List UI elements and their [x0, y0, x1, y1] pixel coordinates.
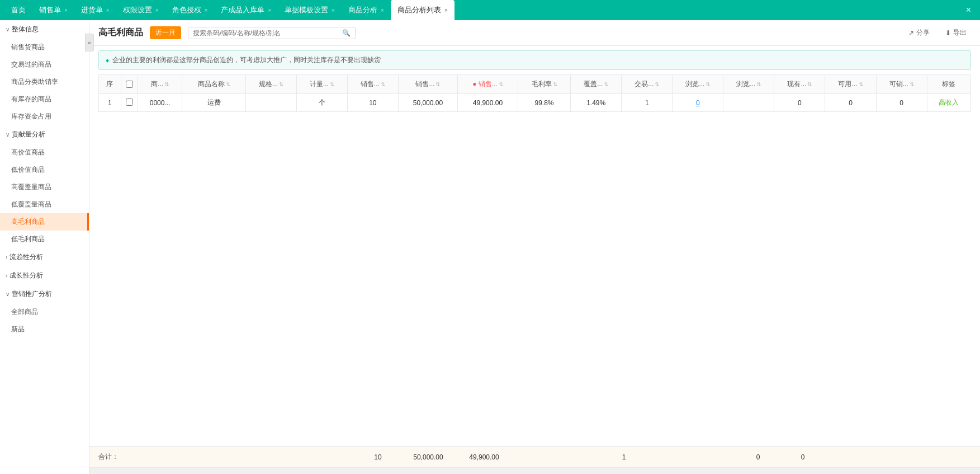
nav-label-analysis-list: 商品分析列表	[397, 5, 441, 15]
share-icon: ↗	[908, 29, 914, 37]
col-header-coverage[interactable]: 覆盖...⇅	[571, 75, 622, 94]
col-header-name[interactable]: 商品名称⇅	[182, 75, 245, 94]
filter-button[interactable]: 近一月	[150, 26, 181, 39]
toggle-sidebar-button[interactable]: «	[85, 34, 94, 51]
search-icon[interactable]: 🔍	[342, 29, 351, 37]
table-cell: 1	[622, 94, 673, 112]
col-header-stock[interactable]: 现有...⇅	[774, 75, 825, 94]
nav-item-template-settings[interactable]: 单据模板设置 ×	[278, 0, 342, 20]
table-cell: 0	[774, 94, 825, 112]
sidebar-item-category-rate[interactable]: 商品分类助销率	[0, 73, 89, 91]
table-row: 10000...运费个1050,000.0049,900.0099.8%1.49…	[99, 94, 971, 112]
table-cell	[723, 94, 774, 112]
sidebar-item-traded-goods[interactable]: 交易过的商品	[0, 56, 89, 73]
export-button[interactable]: ⬇ 导出	[941, 26, 971, 40]
arrow-icon: ∨	[6, 291, 10, 297]
col-header-sale-qty[interactable]: 销售...⇅	[347, 75, 398, 94]
content-header: 高毛利商品 近一月 🔍 ↗ 分享 ⬇ 导出	[89, 20, 980, 46]
sidebar-item-high-value[interactable]: 高价值商品	[0, 144, 89, 161]
close-icon[interactable]: ×	[268, 7, 271, 13]
table-cell: 49,900.00	[457, 94, 518, 112]
sidebar-item-low-value[interactable]: 低价值商品	[0, 161, 89, 179]
total-view1	[646, 453, 691, 461]
nav-item-home[interactable]: 首页	[4, 0, 32, 20]
page-title: 高毛利商品	[98, 27, 143, 39]
table-cell: 高收入	[927, 94, 970, 112]
arrow-right-icon: ›	[6, 254, 7, 260]
col-header-index: 序	[99, 75, 121, 94]
table-cell	[245, 94, 296, 112]
total-spacer	[210, 453, 322, 461]
sidebar-item-low-coverage[interactable]: 低覆盖量商品	[0, 196, 89, 213]
row-checkbox[interactable]	[126, 98, 133, 106]
nav-item-product-inbound[interactable]: 产成品入库单 ×	[214, 0, 278, 20]
bottom-scrollbar[interactable]	[89, 467, 980, 474]
sidebar-group-trend[interactable]: › 流趋性分析	[0, 248, 89, 266]
total-spacer2	[322, 453, 356, 461]
arrow-icon: ∨	[6, 132, 10, 138]
total-sale-profit: 49,900.00	[456, 453, 512, 461]
sidebar-group-growth-label: 成长性分析	[10, 271, 43, 280]
nav-item-product-analysis[interactable]: 商品分析 ×	[342, 0, 391, 20]
nav-label-product-analysis: 商品分析	[348, 5, 377, 15]
col-header-code[interactable]: 商...⇅	[138, 75, 182, 94]
col-header-profit-rate[interactable]: 毛利率⇅	[518, 75, 570, 94]
nav-close-all[interactable]: ×	[962, 5, 976, 15]
sidebar-item-stock-capital[interactable]: 库存资金占用	[0, 108, 89, 125]
nav-label-purchase: 进货单	[81, 5, 103, 15]
close-icon[interactable]: ×	[444, 7, 448, 13]
nav-item-sales[interactable]: 销售单 ×	[32, 0, 74, 20]
sidebar-group-overall-label: 整体信息	[12, 25, 39, 34]
info-banner-text: 企业的主要的利润都是这部分商品创造的，可考虑加大推广，同时关注库存是不要出现缺货	[112, 55, 381, 65]
col-header-trade-count[interactable]: 交易...⇅	[622, 75, 673, 94]
sidebar-item-high-profit[interactable]: 高毛利商品	[0, 213, 89, 231]
sidebar-group-contribution[interactable]: ∨ 贡献量分析	[0, 125, 89, 144]
close-icon[interactable]: ×	[205, 7, 208, 13]
total-view2	[691, 453, 736, 461]
sidebar-group-trend-label: 流趋性分析	[10, 252, 43, 262]
col-header-sale-profit[interactable]: ● 销售...⇅	[457, 75, 518, 94]
nav-label-home: 首页	[11, 5, 26, 15]
close-icon[interactable]: ×	[64, 7, 68, 13]
close-icon[interactable]: ×	[106, 7, 110, 13]
col-header-saleable[interactable]: 可销...⇅	[876, 75, 927, 94]
sidebar-group-marketing[interactable]: ∨ 营销推广分析	[0, 285, 89, 303]
share-label: 分享	[916, 28, 930, 37]
share-button[interactable]: ↗ 分享	[904, 26, 934, 40]
select-all-checkbox[interactable]	[126, 81, 133, 88]
sidebar-group-growth[interactable]: › 成长性分析	[0, 266, 89, 285]
col-header-available[interactable]: 可用...⇅	[825, 75, 876, 94]
sidebar-item-sale-goods[interactable]: 销售货商品	[0, 39, 89, 56]
total-sale-amount: 50,000.00	[400, 453, 456, 461]
nav-item-auth-settings[interactable]: 权限设置 ×	[116, 0, 165, 20]
table-cell: 运费	[182, 94, 245, 112]
close-icon[interactable]: ×	[381, 7, 384, 13]
col-header-view2[interactable]: 浏览...⇅	[723, 75, 774, 94]
nav-item-role-auth[interactable]: 角色授权 ×	[165, 0, 215, 20]
close-icon[interactable]: ×	[155, 7, 159, 13]
sidebar-item-all-goods[interactable]: 全部商品	[0, 303, 89, 321]
sidebar-group-overall[interactable]: ∨ 整体信息	[0, 20, 89, 39]
info-banner: ♦ 企业的主要的利润都是这部分商品创造的，可考虑加大推广，同时关注库存是不要出现…	[98, 50, 971, 70]
col-header-view1[interactable]: 浏览...⇅	[673, 75, 723, 94]
nav-item-analysis-list[interactable]: 商品分析列表 ×	[391, 0, 455, 20]
col-header-spec[interactable]: 规格...⇅	[245, 75, 296, 94]
col-header-unit[interactable]: 计量...⇅	[296, 75, 347, 94]
nav-item-purchase[interactable]: 进货单 ×	[74, 0, 116, 20]
table-cell: 个	[296, 94, 347, 112]
col-header-sale-amount[interactable]: 销售...⇅	[398, 75, 457, 94]
total-trade-count: 1	[602, 453, 646, 461]
sidebar-item-stocked-goods[interactable]: 有库存的商品	[0, 91, 89, 108]
total-saleable	[825, 453, 870, 461]
close-icon[interactable]: ×	[332, 7, 335, 13]
table-cell: 0000...	[138, 94, 182, 112]
sidebar-group-marketing-label: 营销推广分析	[12, 289, 52, 299]
sidebar-group-contribution-label: 贡献量分析	[12, 130, 45, 139]
sidebar-item-new-goods[interactable]: 新品	[0, 321, 89, 338]
col-header-checkbox	[121, 75, 138, 94]
table-cell: 99.8%	[518, 94, 570, 112]
sidebar-item-high-coverage[interactable]: 高覆盖量商品	[0, 179, 89, 196]
search-input[interactable]	[193, 29, 342, 37]
sidebar-item-low-profit[interactable]: 低毛利商品	[0, 231, 89, 248]
nav-label-template-settings: 单据模板设置	[285, 5, 328, 15]
